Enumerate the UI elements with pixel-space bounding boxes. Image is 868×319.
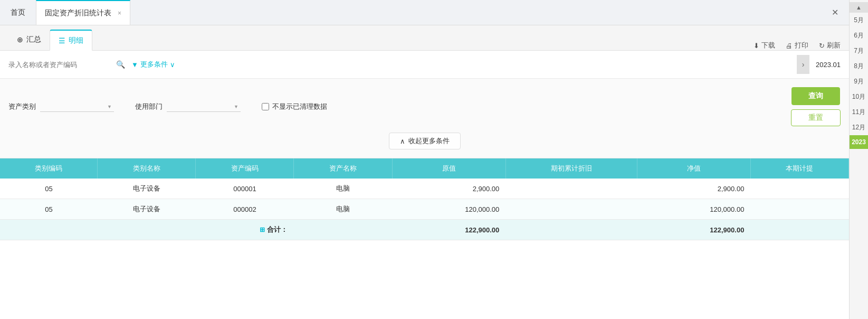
collapse-more-btn[interactable]: ∧ 收起更多条件: [389, 133, 461, 149]
total-asset-name: [294, 220, 392, 240]
date-label: 2023.01: [816, 61, 841, 69]
cell-current-dep: [750, 199, 848, 220]
tab-detail-label: 明细: [69, 36, 83, 45]
hide-cleared-checkbox[interactable]: [262, 103, 269, 110]
cell-asset-name: 电脑: [294, 199, 392, 220]
query-btn[interactable]: 查询: [791, 87, 840, 105]
sidebar-month-item[interactable]: 11月: [850, 105, 867, 120]
asset-category-filter: 资产类别: [8, 101, 114, 112]
department-label: 使用部门: [135, 102, 163, 111]
total-row: ⊞合计： 122,900.00 122,900.00: [0, 220, 849, 240]
department-filter: 使用部门: [135, 101, 241, 112]
cell-category-name: 电子设备: [98, 199, 196, 220]
cell-original-value: 120,000.00: [392, 199, 505, 220]
cell-accumulated-dep: [505, 199, 637, 220]
sidebar-month-item[interactable]: 12月: [850, 120, 867, 135]
total-icon-cell: [0, 220, 98, 240]
search-icon: 🔍: [116, 60, 125, 69]
cell-category-code: 05: [0, 199, 98, 220]
tab-active[interactable]: 固定资产折旧统计表 ×: [36, 0, 130, 25]
col-header-category-code: 类别编码: [0, 158, 98, 179]
asset-category-label: 资产类别: [8, 102, 36, 111]
expand-arrow-btn[interactable]: ›: [797, 55, 809, 74]
refresh-label: 刷新: [827, 41, 841, 50]
collapse-label: 收起更多条件: [408, 136, 450, 146]
window-close-btn[interactable]: ✕: [821, 0, 849, 25]
refresh-icon: ↻: [819, 42, 825, 50]
cell-asset-code: 000001: [196, 179, 294, 199]
sidebar-month-item[interactable]: 10月: [850, 89, 867, 105]
table-header-row: 类别编码 类别名称 资产编码 资产名称 原值 期初累计折旧 净值 本期计提: [0, 158, 849, 179]
download-label: 下载: [761, 41, 775, 50]
cell-original-value: 2,900.00: [392, 179, 505, 199]
col-header-net-value: 净值: [637, 158, 750, 179]
asset-category-select-wrapper: [40, 101, 114, 112]
cell-asset-name: 电脑: [294, 179, 392, 199]
sidebar-month-item[interactable]: 6月: [850, 28, 867, 43]
col-header-asset-code: 资产编码: [196, 158, 294, 179]
total-original-value: 122,900.00: [392, 220, 505, 240]
reset-btn[interactable]: 重置: [791, 109, 841, 126]
print-label: 打印: [795, 41, 808, 50]
cell-net-value: 2,900.00: [637, 179, 750, 199]
summary-icon: ⊕: [17, 35, 23, 44]
total-icon: ⊞: [260, 226, 265, 233]
cell-category-name: 电子设备: [98, 179, 196, 199]
tab-home[interactable]: 首页: [0, 0, 36, 25]
detail-icon: ☰: [59, 36, 65, 45]
total-accumulated-dep: [505, 220, 637, 240]
filter-row: 资产类别 使用部门: [8, 87, 841, 126]
col-header-current-dep: 本期计提: [750, 158, 848, 179]
refresh-btn[interactable]: ↻ 刷新: [819, 41, 841, 50]
tab-summary-label: 汇总: [26, 35, 41, 44]
total-current-dep: [750, 220, 848, 240]
active-tab-label: 固定资产折旧统计表: [45, 8, 111, 18]
search-bar: 🔍 ▼ 更多条件 ∨ › 2023.01: [0, 51, 849, 79]
col-header-original-value: 原值: [392, 158, 505, 179]
tab-summary[interactable]: ⊕ 汇总: [8, 29, 50, 50]
sidebar-month-item[interactable]: 5月: [850, 13, 867, 28]
search-input[interactable]: [8, 61, 114, 69]
data-table: 类别编码 类别名称 资产编码 资产名称 原值 期初累计折旧 净值 本期计提 05…: [0, 158, 849, 240]
total-label: ⊞合计：: [98, 220, 294, 240]
table-row: 05 电子设备 000002 电脑 120,000.00 120,000.00: [0, 199, 849, 220]
filter-label: 更多条件: [140, 60, 168, 69]
tab-close-btn[interactable]: ×: [118, 10, 121, 17]
hide-cleared-label: 不显示已清理数据: [272, 102, 327, 111]
table-row: 05 电子设备 000001 电脑 2,900.00 2,900.00: [0, 179, 849, 199]
download-btn[interactable]: ⬇ 下载: [753, 41, 775, 50]
cell-category-code: 05: [0, 179, 98, 199]
sidebar-month-item[interactable]: 8月: [850, 59, 867, 74]
print-btn[interactable]: 🖨 打印: [786, 41, 808, 50]
sub-tab-bar: ⊕ 汇总 ☰ 明细 ⬇ 下载 🖨 打印 ↻ 刷新: [0, 25, 849, 51]
cell-accumulated-dep: [505, 179, 637, 199]
filter-more-btn[interactable]: ▼ 更多条件 ∨: [131, 60, 175, 69]
col-header-category-name: 类别名称: [98, 158, 196, 179]
department-select[interactable]: [167, 101, 241, 112]
asset-category-select[interactable]: [40, 101, 114, 112]
filter-area: 资产类别 使用部门: [0, 79, 849, 158]
col-header-asset-name: 资产名称: [294, 158, 392, 179]
table-wrapper: 类别编码 类别名称 资产编码 资产名称 原值 期初累计折旧 净值 本期计提 05…: [0, 158, 849, 319]
filter-actions: 查询 重置: [791, 87, 841, 126]
sidebar-month-item[interactable]: 7月: [850, 43, 867, 59]
hide-cleared-checkbox-item: 不显示已清理数据: [262, 102, 327, 111]
filter-chevron-icon: ∨: [170, 61, 175, 69]
download-icon: ⬇: [753, 42, 759, 50]
cell-asset-code: 000002: [196, 199, 294, 220]
tab-detail[interactable]: ☰ 明细: [50, 30, 92, 51]
print-icon: 🖨: [786, 42, 793, 50]
total-net-value: 122,900.00: [637, 220, 750, 240]
department-select-wrapper: [167, 101, 241, 112]
col-header-accumulated-dep: 期初累计折旧: [505, 158, 637, 179]
tab-bar: 首页 固定资产折旧统计表 × ✕: [0, 0, 849, 25]
sidebar-month-item[interactable]: 9月: [850, 74, 867, 89]
cell-current-dep: [750, 179, 848, 199]
right-sidebar: ▲ 5月6月7月8月9月10月11月12月 2023: [849, 0, 868, 319]
sidebar-nav-up-btn[interactable]: ▲: [850, 2, 868, 13]
sidebar-year-active[interactable]: 2023: [850, 135, 868, 149]
toolbar-right: ⬇ 下载 🖨 打印 ↻ 刷新: [753, 41, 841, 50]
content-wrapper: ⊕ 汇总 ☰ 明细 ⬇ 下载 🖨 打印 ↻ 刷新: [0, 25, 849, 319]
filter-icon: ▼: [131, 61, 138, 69]
collapse-icon: ∧: [400, 137, 405, 145]
